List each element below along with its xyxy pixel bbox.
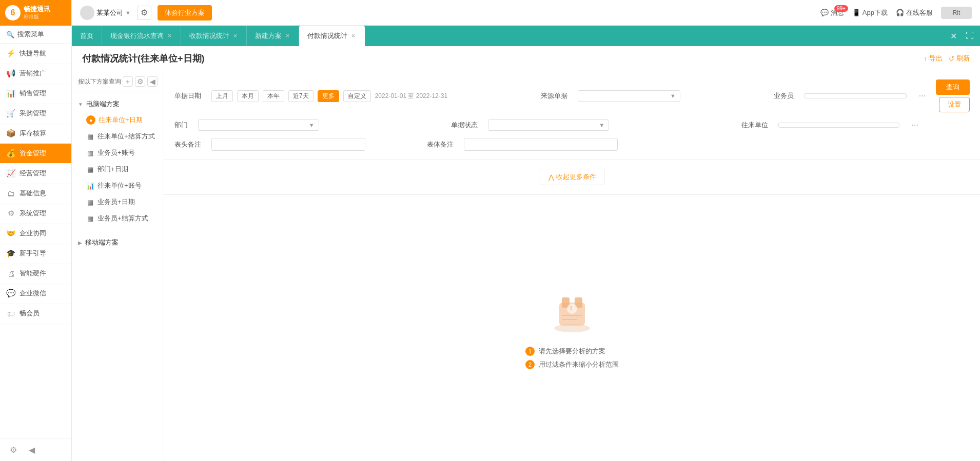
tab-payment-detail[interactable]: 付款情况统计 × [299, 26, 365, 46]
sidebar: 6 畅捷通讯 标准版 🔍 搜索菜单 ⚡ 快捷导航 📢 营销推广 📊 销售管理 🛒… [0, 0, 72, 461]
scheme-item-icon: ▦ [86, 198, 94, 206]
scheme-item-label: 往来单位+账号 [97, 181, 142, 190]
date-option-last7days[interactable]: 近7天 [288, 90, 313, 102]
sidebar-item-wechat[interactable]: 💬 企业微信 [0, 284, 71, 304]
query-btn[interactable]: 查询 [936, 79, 970, 95]
date-option-last-month[interactable]: 上月 [211, 90, 233, 102]
export-btn[interactable]: ↑ 导出 [924, 54, 943, 63]
scheme-settings-btn[interactable]: ⚙ [135, 76, 145, 87]
header-note-input[interactable] [211, 138, 365, 151]
scheme-item-staff-settlement[interactable]: ▦ 业务员+结算方式 [72, 210, 164, 227]
scheme-group-desktop: ▼ 电脑端方案 ● 往来单位+日期 ▦ 往来单位+结算方式 ▦ 业务员+账号 [72, 92, 164, 231]
collapse-conditions-btn[interactable]: ⋀ 收起更多条件 [540, 169, 605, 185]
scheme-item-label: 业务员+账号 [97, 148, 135, 157]
quick-nav-icon: ⚡ [6, 49, 15, 58]
filter-form: 单据日期 上月 本月 本年 近7天 更多 自定义 2022-01-01 至 20… [164, 71, 980, 159]
chevron-down-icon: ▼ [125, 10, 131, 16]
home-tab-label: 首页 [80, 31, 93, 41]
sidebar-item-purchase[interactable]: 🛒 采购管理 [0, 104, 71, 124]
header-right: 💬 消息 99+ 📱 App下载 🎧 在线客服 Rit [820, 7, 972, 19]
collapse-up-icon: ⋀ [548, 173, 554, 181]
header-settings-icon[interactable]: ⚙ [137, 6, 151, 20]
date-option-this-year[interactable]: 本年 [263, 90, 284, 102]
user-avatar-area[interactable]: 某某公司 ▼ [80, 6, 131, 20]
date-option-custom[interactable]: 自定义 [343, 90, 371, 102]
logo-icon: 6 [5, 5, 21, 21]
staff-select[interactable] [804, 93, 907, 98]
user-menu-btn[interactable]: Rit [941, 7, 972, 19]
sidebar-nav: ⚡ 快捷导航 📢 营销推广 📊 销售管理 🛒 采购管理 📦 库存核算 💰 资金管… [0, 44, 71, 438]
sidebar-item-label: 畅会员 [19, 309, 40, 318]
empty-illustration: ! [546, 287, 598, 338]
sidebar-search[interactable]: 🔍 搜索菜单 [0, 26, 71, 44]
scheme-item-label: 往来单位+结算方式 [97, 132, 155, 141]
scheme-header-actions: + ⚙ ◀ [123, 76, 158, 87]
sidebar-item-finance[interactable]: 💰 资金管理 [0, 144, 71, 164]
scheme-item-staff-date[interactable]: ▦ 业务员+日期 [72, 194, 164, 210]
refresh-btn[interactable]: ↺ 刷新 [949, 54, 970, 63]
sidebar-item-enterprise[interactable]: 🤝 企业协同 [0, 224, 71, 244]
sidebar-item-system[interactable]: ⚙ 系统管理 [0, 204, 71, 224]
sidebar-item-sales[interactable]: 📊 销售管理 [0, 84, 71, 104]
scheme-item-unit-settlement[interactable]: ▦ 往来单位+结算方式 [72, 128, 164, 145]
tip-2-text: 用过滤条件来缩小分析范围 [539, 360, 619, 369]
scheme-group-desktop-toggle[interactable]: ▼ 电脑端方案 [72, 96, 164, 112]
partner-more-icon[interactable]: ··· [912, 121, 918, 130]
logo-name: 畅捷通讯 [24, 5, 50, 13]
sidebar-item-inventory[interactable]: 📦 库存核算 [0, 124, 71, 144]
messages-btn[interactable]: 💬 消息 99+ [820, 8, 844, 17]
staff-more-icon[interactable]: ··· [919, 91, 926, 101]
new-scheme-label: 新建方案 [255, 31, 282, 41]
scheme-collapse-btn[interactable]: ◀ [147, 76, 158, 87]
app-download-label: App下载 [863, 8, 888, 17]
tab-close-bank-flow[interactable]: × [167, 31, 172, 41]
filter-row-3: 表头备注 表体备注 [174, 138, 970, 151]
tab-close-all-btn[interactable]: ✕ [947, 30, 959, 42]
chevron-down-icon: ▼ [670, 93, 676, 99]
sidebar-item-marketing[interactable]: 📢 营销推广 [0, 64, 71, 84]
sidebar-settings-icon[interactable]: ⚙ [6, 443, 21, 457]
tab-bar: 首页 现金银行流水查询 × 收款情况统计 × 新建方案 × 付款情况统计 × ✕… [72, 26, 980, 46]
sidebar-item-basic-info[interactable]: 🗂 基础信息 [0, 184, 71, 204]
sidebar-item-label: 系统管理 [19, 209, 46, 218]
app-download-btn[interactable]: 📱 App下载 [852, 8, 888, 17]
scheme-add-btn[interactable]: + [123, 76, 133, 87]
sidebar-item-operation[interactable]: 📈 经营管理 [0, 164, 71, 184]
tab-home[interactable]: 首页 [72, 26, 102, 46]
inventory-icon: 📦 [6, 129, 15, 138]
online-service-btn[interactable]: 🎧 在线客服 [896, 8, 933, 17]
scheme-group-mobile-toggle[interactable]: ▶ 移动端方案 [72, 235, 164, 250]
partner-select[interactable] [778, 123, 899, 128]
sidebar-item-guide[interactable]: 🎓 新手引导 [0, 244, 71, 264]
tab-payment-stats[interactable]: 收款情况统计 × [181, 26, 247, 46]
filter-settings-btn[interactable]: 设置 [939, 97, 970, 112]
tip-number-1: 1 [525, 347, 535, 356]
date-option-this-month[interactable]: 本月 [237, 90, 259, 102]
tab-close-payment-detail[interactable]: × [350, 31, 356, 41]
sidebar-item-quick-nav[interactable]: ⚡ 快捷导航 [0, 44, 71, 64]
tab-close-payment-stats[interactable]: × [232, 31, 238, 41]
dept-select[interactable]: ▼ [198, 119, 319, 131]
chart-icon: 📊 [86, 182, 94, 190]
scheme-item-unit-date[interactable]: ● 往来单位+日期 [72, 112, 164, 128]
tab-fullscreen-btn[interactable]: ⛶ [964, 30, 976, 42]
payment-detail-label: 付款情况统计 [307, 31, 347, 41]
sidebar-item-member[interactable]: 🏷 畅会员 [0, 304, 71, 324]
tab-close-new-scheme[interactable]: × [285, 31, 290, 41]
system-icon: ⚙ [6, 209, 15, 218]
body-note-input[interactable] [464, 138, 618, 151]
sidebar-item-smart-hw[interactable]: 🖨 智能硬件 [0, 264, 71, 284]
doc-status-select[interactable]: ▼ [488, 119, 609, 131]
empty-tip-1: 1 请先选择要分析的方案 [525, 347, 619, 356]
purchase-icon: 🛒 [6, 109, 15, 118]
source-select[interactable]: ▼ [578, 90, 680, 102]
scheme-item-staff-account[interactable]: ▦ 业务员+账号 [72, 145, 164, 161]
date-option-more[interactable]: 更多 [318, 90, 339, 102]
tab-new-scheme[interactable]: 新建方案 × [247, 26, 299, 46]
scheme-item-unit-account[interactable]: 📊 往来单位+账号 [72, 177, 164, 194]
export-icon: ↑ [924, 55, 928, 63]
scheme-item-dept-date[interactable]: ▦ 部门+日期 [72, 161, 164, 177]
sidebar-collapse-icon[interactable]: ◀ [25, 443, 39, 457]
trial-btn[interactable]: 体验行业方案 [158, 5, 212, 21]
tab-bank-flow[interactable]: 现金银行流水查询 × [102, 26, 181, 46]
